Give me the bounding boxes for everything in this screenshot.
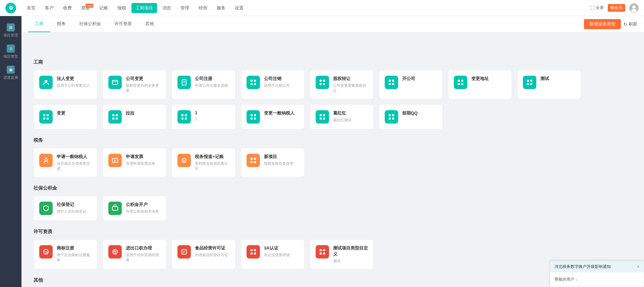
nav-item-首页[interactable]: 首页	[23, 3, 40, 13]
tabs: 工商税务社保公积金许可资质其他	[28, 16, 161, 32]
main-area: 工商法人变更适用于公司变更法人公司变更股权变更外的业务变更公司注册申请公司注册全…	[21, 16, 644, 287]
svg-rect-68	[254, 249, 256, 251]
nav-item-客户[interactable]: 客户	[41, 3, 58, 13]
card-icon	[177, 110, 191, 124]
card-食品经营许可证[interactable]: 食品经营许可证办理食品经营许可证	[172, 239, 235, 269]
card-税务报道+记账[interactable]: ¥税务报道+记账拿到营业执照的新公司	[172, 148, 235, 177]
svg-rect-67	[251, 249, 253, 251]
card-公司变更[interactable]: 公司变更股权变更外的业务变更	[103, 70, 166, 99]
card-变更一般纳税人[interactable]: 变更一般纳税人	[241, 104, 305, 129]
card-变更地址[interactable]: 变更地址	[448, 70, 512, 99]
nav-item-经营[interactable]: 经营	[195, 3, 211, 13]
nav-item-服务[interactable]: 服务	[213, 3, 229, 13]
section-title-税务: 税务	[34, 137, 632, 143]
card-变更[interactable]: 变更	[34, 104, 97, 129]
card-法人变更[interactable]: 法人变更适用于公司变更法人	[34, 70, 97, 99]
svg-rect-49	[392, 114, 394, 116]
svg-rect-59	[254, 161, 256, 163]
card-name-label: 1	[195, 110, 230, 115]
card-desc-label: 适用于对外贸易经营者	[126, 253, 161, 263]
card-text: 申请一般纳税人当月或次月成变更完成	[57, 154, 92, 171]
tab-税务[interactable]: 税务	[50, 16, 72, 32]
svg-rect-30	[43, 118, 45, 120]
card-name-label: 公积金开户	[126, 202, 161, 208]
sidebar-item-项目管理[interactable]: ⊞项目管理	[0, 20, 21, 41]
card-name-label: 变更一般纳税人	[264, 110, 299, 116]
svg-rect-53	[112, 158, 118, 162]
svg-rect-73	[320, 253, 322, 255]
svg-rect-13	[323, 80, 325, 82]
nav-item-工商项目[interactable]: 工商项目	[131, 3, 157, 13]
card-icon	[454, 76, 467, 89]
sidebar-item-项目类型[interactable]: ≡项目类型	[0, 41, 21, 62]
card-desc-label: 葛红红测试	[333, 118, 368, 123]
card-desc-label: 办理申请发票业务	[126, 161, 161, 166]
card-测试项目类型目定义[interactable]: 测试项目类型目定义测试	[310, 239, 374, 269]
tab-许可资质[interactable]: 许可资质	[108, 16, 139, 32]
card-text: 商标注册用于企业商标注册服务	[57, 245, 92, 263]
nav-item-消息[interactable]: 消息	[158, 3, 175, 13]
card-3A认证[interactable]: 3A认证对企业信誉评级	[241, 239, 305, 269]
nav-item-记账[interactable]: 记账	[95, 3, 112, 13]
tab-工商[interactable]: 工商	[28, 16, 50, 32]
card-desc-label: 对企业信誉评级	[264, 253, 299, 258]
card-text: 变更一般纳税人	[264, 110, 299, 118]
nav-item-设置[interactable]: 设置	[231, 3, 248, 13]
card-text: 进出口权办理适用于对外贸易经营者	[126, 245, 161, 263]
card-name-label: 新项目	[264, 154, 299, 160]
svg-text:TM: TM	[45, 251, 49, 254]
card-icon	[247, 245, 260, 259]
svg-rect-48	[389, 114, 391, 116]
sidebar-icon: ⊞	[7, 23, 15, 31]
card-公司注销[interactable]: 公司注销适用于注销公司	[241, 70, 305, 99]
card-icon	[108, 202, 122, 215]
card-name-label: 3A认证	[264, 245, 299, 251]
svg-rect-72	[323, 249, 325, 251]
fullscreen-btn[interactable]: ⛶ 全屏	[590, 5, 604, 11]
nav-item-报税[interactable]: 报税	[113, 3, 130, 13]
card-icon	[177, 76, 191, 89]
svg-rect-14	[320, 83, 322, 85]
svg-rect-35	[116, 118, 118, 120]
logo: ✿	[5, 3, 16, 13]
nav-item-收费[interactable]: 收费	[59, 3, 76, 13]
svg-rect-31	[47, 118, 49, 120]
nav-item-票据[interactable]: 票据new	[77, 3, 94, 13]
card-公司注册[interactable]: 公司注册申请公司注册全流程	[172, 70, 235, 99]
svg-rect-41	[254, 114, 256, 116]
card-申请一般纳税人[interactable]: 申请一般纳税人当月或次月成变更完成	[34, 148, 97, 177]
card-公积金开户[interactable]: 公积金开户办理公积金相关业务	[103, 196, 166, 221]
nav-item-管理[interactable]: 管理	[176, 3, 193, 13]
card-进出口权办理[interactable]: 进出口权办理适用于对外贸易经营者	[103, 239, 166, 269]
refresh-button[interactable]: ↻ 刷新	[624, 21, 637, 27]
sidebar-item-进度监测[interactable]: ◉进度监测	[0, 62, 21, 83]
card-name-label: 税务报道+记账	[195, 154, 230, 160]
new-business-type-button[interactable]: 新增业务类型	[584, 19, 621, 29]
tab-其他[interactable]: 其他	[139, 16, 161, 32]
card-股权转让[interactable]: 股权转让公司变更需要股权转让	[310, 70, 374, 99]
card-1[interactable]: 11	[172, 104, 235, 129]
card-测试[interactable]: 测试	[517, 70, 581, 99]
svg-rect-22	[458, 83, 460, 85]
card-icon	[385, 76, 398, 89]
chat-close-icon[interactable]: ×	[637, 264, 640, 269]
card-text: 开公司	[402, 76, 437, 83]
tab-社保公积金[interactable]: 社保公积金	[72, 16, 108, 32]
card-name-label: 社保登记	[57, 202, 92, 208]
vip-button[interactable]: 畅会员	[608, 4, 625, 12]
card-社保登记[interactable]: 社保登记进行人员社保登记	[34, 196, 97, 221]
card-desc-label: 报税加税控盘保管	[264, 161, 299, 166]
card-葛红红[interactable]: 葛红红葛红红测试	[310, 104, 374, 129]
card-icon: ¥	[177, 154, 191, 167]
svg-rect-26	[527, 83, 529, 85]
svg-rect-46	[320, 118, 322, 120]
card-icon	[39, 154, 53, 167]
avatar[interactable]	[629, 3, 639, 13]
card-拉拉[interactable]: 拉拉	[103, 104, 166, 129]
card-前期QQ[interactable]: 前期QQ	[379, 104, 443, 129]
card-商标注册[interactable]: TM商标注册用于企业商标注册服务	[34, 239, 97, 269]
card-新项目[interactable]: 新项目报税加税控盘保管	[241, 148, 305, 177]
card-申请发票[interactable]: 申请发票办理申请发票业务	[103, 148, 166, 177]
svg-rect-56	[251, 158, 253, 160]
card-开公司[interactable]: 开公司	[379, 70, 443, 99]
